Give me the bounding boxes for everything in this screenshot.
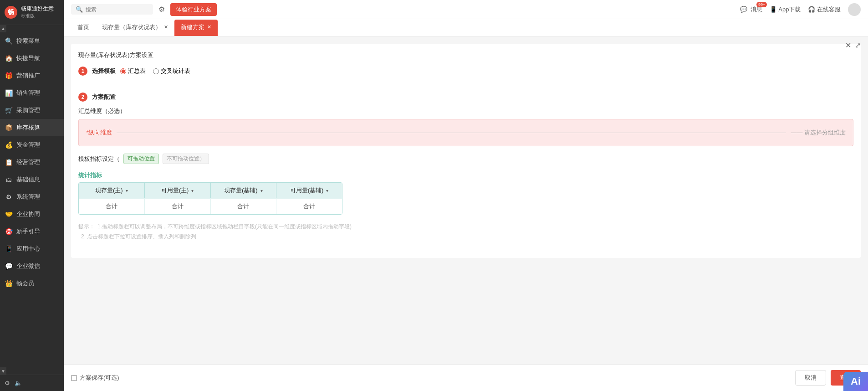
summary-dim-label: 汇总维度（必选）	[78, 107, 853, 115]
stats-section-label: 统计指标	[78, 171, 853, 180]
tab-new-plan[interactable]: 新建方案 ✕	[174, 20, 218, 36]
section1-header: 1 选择模板 汇总表 交叉统计表	[78, 67, 853, 76]
header-cell-0[interactable]: 现存量(主) ▾	[79, 183, 145, 198]
topbar-search-box[interactable]: 🔍	[71, 4, 153, 15]
tab-inventory-close-icon[interactable]: ✕	[164, 24, 168, 30]
wechat-icon: 💬	[5, 262, 13, 270]
sidebar-item-label: 基础信息	[16, 175, 40, 184]
sidebar-scroll-down[interactable]: ▼	[0, 367, 6, 375]
ai-badge[interactable]: Ai	[843, 372, 868, 391]
crown-icon: 👑	[5, 279, 13, 288]
section-config: 2 方案配置 汇总维度（必选） *纵向维度 —— 请选择分组维度 模板指标设定（…	[78, 93, 853, 242]
tab-inventory-status[interactable]: 现存量（库存状况表） ✕	[96, 20, 174, 36]
sidebar-item-management[interactable]: 📋 经营管理	[0, 154, 64, 171]
sidebar-item-label: 营销推广	[16, 72, 40, 80]
app-download-link[interactable]: 📱 App下载	[770, 5, 801, 14]
sidebar-item-label: 搜索菜单	[16, 37, 40, 45]
header-cell-3[interactable]: 可用量(基辅) ▾	[276, 183, 342, 198]
app-icon: 畅	[5, 6, 17, 19]
template-radio-group: 汇总表 交叉统计表	[120, 67, 190, 75]
close-panel-icon[interactable]: ✕	[845, 41, 851, 50]
gear-icon: ⚙	[5, 193, 13, 201]
dim-separator-line	[117, 133, 786, 133]
cell-0: 合计	[79, 198, 145, 214]
sidebar-item-label: 采购管理	[16, 106, 40, 114]
search-input[interactable]	[86, 6, 145, 13]
vertical-dim-area: *纵向维度 —— 请选择分组维度	[78, 119, 853, 146]
topbar-actions: 💬 99+ 消息 📱 App下载 🎧 在线客服	[740, 3, 861, 16]
cancel-button[interactable]: 取消	[795, 370, 826, 386]
user-avatar[interactable]	[848, 3, 861, 16]
indicator-settings-area: 统计指标 现存量(主) ▾ 可用量(主) ▾	[78, 171, 853, 215]
settings-icon[interactable]: ⚙	[5, 380, 10, 386]
sidebar-item-label: 畅会员	[16, 279, 34, 288]
app-name: 畅康通好生意	[21, 5, 54, 13]
stats-table: 现存量(主) ▾ 可用量(主) ▾ 现存量(基辅) ▾	[78, 182, 342, 215]
sidebar-item-agreement[interactable]: 🤝 企业协同	[0, 206, 64, 223]
sidebar-item-system[interactable]: ⚙ 系统管理	[0, 188, 64, 206]
chevron-down-icon-1: ▾	[191, 188, 194, 193]
app-name-block: 畅康通好生意 标准版	[21, 5, 54, 19]
tab-inventory-label: 现存量（库存状况表）	[102, 23, 161, 31]
tips-text-2: 2. 点击标题栏下拉可设置排序、插入列和删除列	[81, 232, 196, 242]
tips-section: 提示： 1.拖动标题栏可以调整布局，不可跨维度或指标区域拖动栏目字段(只能在同一…	[78, 222, 853, 242]
sidebar-item-basic[interactable]: 🗂 基础信息	[0, 171, 64, 188]
sidebar-item-label: 应用中心	[16, 245, 40, 253]
headset-icon: 🎧	[808, 6, 815, 13]
cart-icon: 🛒	[5, 106, 13, 114]
sidebar-item-finance[interactable]: 💰 资金管理	[0, 136, 64, 154]
sidebar-scroll-up[interactable]: ▲	[0, 25, 6, 32]
footer-save-section: 方案保存(可选)	[71, 374, 119, 382]
section2-header: 2 方案配置	[78, 93, 853, 102]
tips-item-1: 提示： 1.拖动标题栏可以调整布局，不可跨维度或指标区域拖动栏目字段(只能在同一…	[78, 222, 853, 232]
header-cell-2[interactable]: 现存量(基辅) ▾	[211, 183, 277, 198]
money-icon: 💰	[5, 141, 13, 149]
radio-summary[interactable]: 汇总表	[120, 67, 146, 75]
section1-label: 选择模板	[92, 67, 116, 75]
sidebar-item-guide[interactable]: 🎯 新手引导	[0, 223, 64, 240]
radio-cross[interactable]: 交叉统计表	[153, 67, 190, 75]
sidebar-item-marketing[interactable]: 🎁 营销推广	[0, 67, 64, 84]
tips-item-2: 2. 点击标题栏下拉可设置排序、插入列和删除列	[78, 232, 853, 242]
sidebar-item-appstore[interactable]: 📱 应用中心	[0, 240, 64, 257]
tab-home[interactable]: 首页	[71, 20, 96, 36]
section1-num: 1	[78, 67, 87, 76]
radio-cross-input[interactable]	[153, 68, 159, 74]
main-area: 🔍 ⚙ 体验行业方案 💬 99+ 消息 📱 App下载 🎧 在线客服	[64, 0, 868, 391]
cell-1: 合计	[145, 198, 211, 214]
sidebar-item-inventory[interactable]: 📦 库存核算	[0, 119, 64, 136]
sidebar-item-wechat[interactable]: 💬 企业微信	[0, 257, 64, 275]
chevron-down-icon-3: ▾	[326, 188, 328, 193]
clipboard-icon: 📋	[5, 158, 13, 166]
phone-icon: 📱	[770, 6, 777, 13]
header-cell-1[interactable]: 可用量(主) ▾	[145, 183, 211, 198]
sidebar-item-label: 企业微信	[16, 262, 40, 270]
radio-summary-input[interactable]	[120, 68, 126, 74]
indicator-settings-text: 模板指标设定（	[78, 155, 120, 163]
search-icon: 🔍	[76, 6, 83, 13]
sidebar-item-sales[interactable]: 📊 销售管理	[0, 84, 64, 102]
message-badge-container[interactable]: 💬 99+ 消息	[740, 5, 763, 14]
sidebar-item-search[interactable]: 🔍 搜索菜单	[0, 32, 64, 50]
trial-button[interactable]: 体验行业方案	[170, 3, 217, 16]
vertical-dim-required-label: *纵向维度	[86, 129, 112, 137]
header-label-1: 可用量(主)	[161, 186, 189, 195]
tabs-bar: 首页 现存量（库存状况表） ✕ 新建方案 ✕	[64, 19, 868, 36]
sidebar-item-member[interactable]: 👑 畅会员	[0, 275, 64, 292]
settings-gear-icon[interactable]: ⚙	[158, 5, 165, 14]
sidebar-nav: 🔍 搜索菜单 🏠 快捷导航 🎁 营销推广 📊 销售管理 🛒 采购管理 📦 库存核…	[0, 32, 64, 367]
save-checkbox[interactable]	[71, 375, 77, 381]
sidebar: 畅 畅康通好生意 标准版 ▲ 🔍 搜索菜单 🏠 快捷导航 🎁 营销推广 📊 销售…	[0, 0, 64, 391]
section-template: 1 选择模板 汇总表 交叉统计表	[78, 67, 853, 76]
sidebar-item-label: 企业协同	[16, 210, 40, 218]
sidebar-item-purchase[interactable]: 🛒 采购管理	[0, 102, 64, 119]
expand-panel-icon[interactable]: ⤢	[855, 41, 861, 50]
main-panel: 现存量(库存状况表)方案设置 1 选择模板 汇总表 交叉统计表	[71, 44, 861, 258]
tab-new-plan-label: 新建方案	[181, 23, 204, 31]
customer-service-link[interactable]: 🎧 在线客服	[808, 5, 841, 14]
app-version: 标准版	[21, 13, 54, 19]
sidebar-item-label: 快捷导航	[16, 54, 40, 62]
sidebar-item-quicknav[interactable]: 🏠 快捷导航	[0, 50, 64, 67]
volume-icon[interactable]: 🔈	[15, 380, 22, 386]
tab-new-plan-close-icon[interactable]: ✕	[207, 24, 211, 30]
